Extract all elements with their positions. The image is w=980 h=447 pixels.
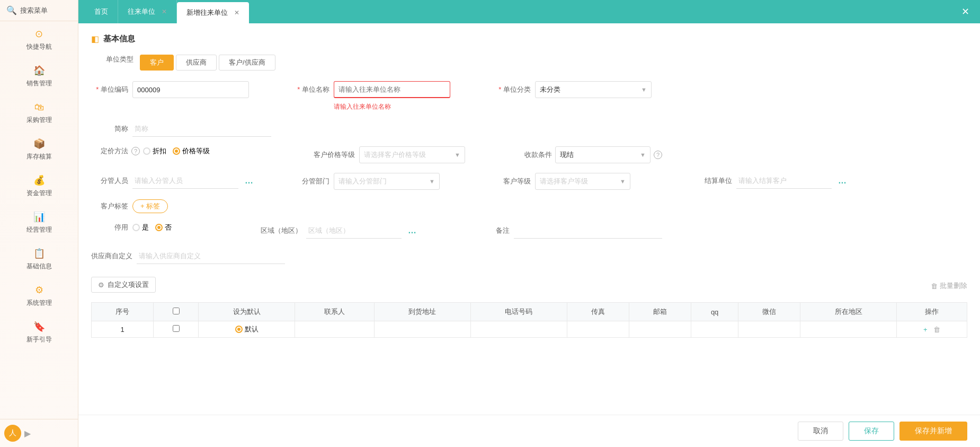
disabled-radio-yes[interactable]: 是 xyxy=(132,223,149,232)
supervisor-more-btn[interactable]: … xyxy=(245,176,253,186)
remark-input[interactable] xyxy=(514,223,662,239)
cell-email[interactable] xyxy=(629,321,691,338)
settings-gear-icon: ⚙ xyxy=(98,281,104,289)
pricing-method-group: 定价方法 ? 折扣 价格等级 xyxy=(91,146,292,156)
customer-level-select[interactable]: 请选择客户等级 ▼ xyxy=(535,173,630,190)
cell-fax[interactable] xyxy=(567,321,629,338)
department-group: 分管部门 请输入分管部门 ▼ xyxy=(292,173,473,190)
col-email: 邮箱 xyxy=(629,303,691,321)
region-more-btn[interactable]: … xyxy=(408,226,416,235)
supplier-custom-input[interactable] xyxy=(137,248,285,264)
settlement-unit-group: 结算单位 … xyxy=(695,173,875,189)
sidebar-item-operations[interactable]: 📊 经营管理 xyxy=(0,204,78,241)
sidebar-item-inventory[interactable]: 📦 库存核算 xyxy=(0,131,78,168)
customer-tags-group: 客户标签 + 标签 xyxy=(91,199,967,213)
col-region: 所在地区 xyxy=(800,303,897,321)
disabled-radio-no[interactable]: 否 xyxy=(155,223,172,232)
col-phone: 电话号码 xyxy=(470,303,567,321)
department-select[interactable]: 请输入分管部门 ▼ xyxy=(334,173,440,190)
select-all-checkbox[interactable] xyxy=(173,308,180,314)
cell-address[interactable] xyxy=(374,321,470,338)
sidebar-item-system[interactable]: ⚙ 系统管理 xyxy=(0,277,78,314)
col-qq: qq xyxy=(691,303,738,321)
tab-new-partner[interactable]: 新增往来单位 ✕ xyxy=(177,2,249,23)
unit-btn-customer[interactable]: 客户 xyxy=(140,55,174,71)
cell-region[interactable] xyxy=(800,321,897,338)
pricing-method-label: 定价方法 xyxy=(91,146,128,156)
delete-row-icon[interactable]: 🗑 xyxy=(933,326,940,334)
batch-delete-button[interactable]: 🗑 批量删除 xyxy=(931,281,967,291)
customer-level-placeholder: 请选择客户等级 xyxy=(540,177,588,186)
table-body: 1 默认 xyxy=(92,321,967,338)
add-tag-label: + 标签 xyxy=(140,201,160,211)
user-avatar[interactable]: 人 xyxy=(4,425,21,442)
supervisor-input[interactable] xyxy=(132,173,238,189)
footer: 取消 保存 保存并新增 xyxy=(78,415,980,447)
unit-category-select[interactable]: 未分类 ▼ xyxy=(535,81,652,98)
cell-contact[interactable] xyxy=(295,321,375,338)
custom-settings-label: 自定义项设置 xyxy=(108,280,149,290)
settlement-more-btn[interactable]: … xyxy=(838,176,847,186)
expand-icon[interactable]: ▶ xyxy=(24,428,31,439)
close-all-tabs[interactable]: ✕ xyxy=(957,4,974,20)
sidebar-item-quick-nav[interactable]: ⊙ 快捷导航 xyxy=(0,21,78,58)
radio-discount-circle xyxy=(143,147,150,155)
cell-qq[interactable] xyxy=(691,321,738,338)
close-new-partner-tab[interactable]: ✕ xyxy=(234,9,239,16)
payment-terms-group: 收款条件 现结 ▼ ? xyxy=(515,146,727,163)
sidebar: 🔍 搜索菜单 ⊙ 快捷导航 🏠 销售管理 🛍 采购管理 📦 库存核算 💰 资金管… xyxy=(0,0,78,447)
contacts-table: 序号 设为默认 联系人 到货地址 电话号码 传真 邮箱 qq 微信 所在地区 操… xyxy=(91,302,967,338)
pricing-help-icon[interactable]: ? xyxy=(131,147,140,155)
col-fax: 传真 xyxy=(567,303,629,321)
close-partners-tab[interactable]: ✕ xyxy=(162,8,167,15)
row-supervisor: 分管人员 … 分管部门 请输入分管部门 ▼ 客户等级 请选择客户等级 ▼ xyxy=(91,173,967,190)
save-button[interactable]: 保存 xyxy=(849,422,894,441)
table-header: 序号 设为默认 联系人 到货地址 电话号码 传真 邮箱 qq 微信 所在地区 操… xyxy=(92,303,967,321)
row-tags: 客户标签 + 标签 xyxy=(91,199,967,213)
box-icon: 📦 xyxy=(33,137,46,150)
pricing-radio-level[interactable]: 价格等级 xyxy=(173,146,210,156)
payment-help-icon[interactable]: ? xyxy=(654,151,662,159)
customer-price-level-select[interactable]: 请选择客户价格等级 ▼ xyxy=(359,146,465,163)
pricing-radio-discount[interactable]: 折扣 xyxy=(143,146,166,156)
section-title: 基本信息 xyxy=(103,34,135,44)
radio-yes-label: 是 xyxy=(142,223,149,232)
unit-name-input[interactable] xyxy=(334,81,450,98)
tab-home[interactable]: 首页 xyxy=(85,0,118,23)
col-default: 设为默认 xyxy=(199,303,295,321)
save-new-button[interactable]: 保存并新增 xyxy=(899,422,967,441)
sidebar-item-label: 资金管理 xyxy=(26,189,52,198)
row-checkbox[interactable] xyxy=(173,325,180,332)
short-name-group: 简称 xyxy=(91,121,271,137)
sidebar-search[interactable]: 🔍 搜索菜单 xyxy=(0,0,78,21)
cancel-button[interactable]: 取消 xyxy=(798,422,843,441)
add-tag-button[interactable]: + 标签 xyxy=(132,199,168,213)
cell-phone[interactable] xyxy=(470,321,567,338)
sidebar-item-basic-info[interactable]: 📋 基础信息 xyxy=(0,241,78,277)
radio-no-circle xyxy=(155,224,163,231)
sidebar-item-purchase[interactable]: 🛍 采购管理 xyxy=(0,94,78,131)
customer-level-group: 客户等级 请选择客户等级 ▼ xyxy=(494,173,674,190)
row-code-name-cat: 单位编码 单位名称 请输入往来单位名称 单位分类 未分类 ▼ xyxy=(91,81,967,111)
add-row-icon[interactable]: + xyxy=(923,326,928,334)
settlement-unit-input[interactable] xyxy=(736,173,832,189)
sidebar-item-finance[interactable]: 💰 资金管理 xyxy=(0,168,78,204)
unit-code-label: 单位编码 xyxy=(91,85,128,94)
short-name-input[interactable] xyxy=(132,121,271,137)
unit-btn-supplier[interactable]: 供应商 xyxy=(176,55,217,71)
sidebar-item-guide[interactable]: 🔖 新手引导 xyxy=(0,314,78,350)
row-shortname: 简称 xyxy=(91,121,967,137)
region-input[interactable] xyxy=(306,223,402,239)
unit-code-input[interactable] xyxy=(132,81,249,98)
custom-settings-button[interactable]: ⚙ 自定义项设置 xyxy=(91,277,156,293)
sidebar-item-sales[interactable]: 🏠 销售管理 xyxy=(0,58,78,94)
unit-btn-both[interactable]: 客户/供应商 xyxy=(219,55,275,71)
radio-yes-circle xyxy=(132,224,140,231)
payment-terms-select[interactable]: 现结 ▼ xyxy=(555,146,651,163)
default-radio[interactable]: 默认 xyxy=(204,325,289,334)
cell-wechat[interactable] xyxy=(738,321,800,338)
department-placeholder: 请输入分管部门 xyxy=(338,177,387,186)
bag-icon: 🛍 xyxy=(33,101,46,113)
tab-partners[interactable]: 往来单位 ✕ xyxy=(118,0,177,23)
table-row: 1 默认 xyxy=(92,321,967,338)
